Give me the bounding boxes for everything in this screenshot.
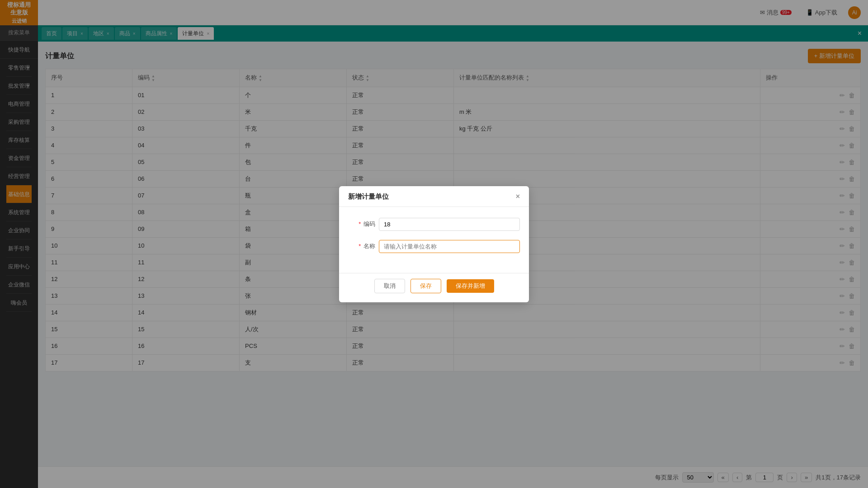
add-unit-modal: 新增计量单位 × * 编码 * 名称 取消 保存 保存并新增 bbox=[339, 186, 529, 302]
code-input[interactable] bbox=[379, 218, 520, 231]
modal-title: 新增计量单位 bbox=[348, 192, 389, 201]
name-input[interactable] bbox=[379, 240, 520, 253]
cancel-button[interactable]: 取消 bbox=[374, 279, 405, 293]
code-label: * 编码 bbox=[348, 220, 375, 228]
name-required-mark: * bbox=[359, 243, 361, 249]
code-required-mark: * bbox=[359, 221, 361, 227]
name-form-row: * 名称 bbox=[348, 240, 520, 253]
modal-overlay: 新增计量单位 × * 编码 * 名称 取消 保存 保存并新增 bbox=[0, 0, 868, 488]
save-and-new-button[interactable]: 保存并新增 bbox=[447, 279, 494, 293]
modal-body: * 编码 * 名称 bbox=[339, 207, 529, 273]
save-button[interactable]: 保存 bbox=[410, 279, 441, 293]
code-form-row: * 编码 bbox=[348, 218, 520, 231]
modal-close-btn[interactable]: × bbox=[516, 192, 520, 201]
modal-footer: 取消 保存 保存并新增 bbox=[339, 273, 529, 302]
modal-header: 新增计量单位 × bbox=[339, 186, 529, 207]
name-label: * 名称 bbox=[348, 242, 375, 250]
